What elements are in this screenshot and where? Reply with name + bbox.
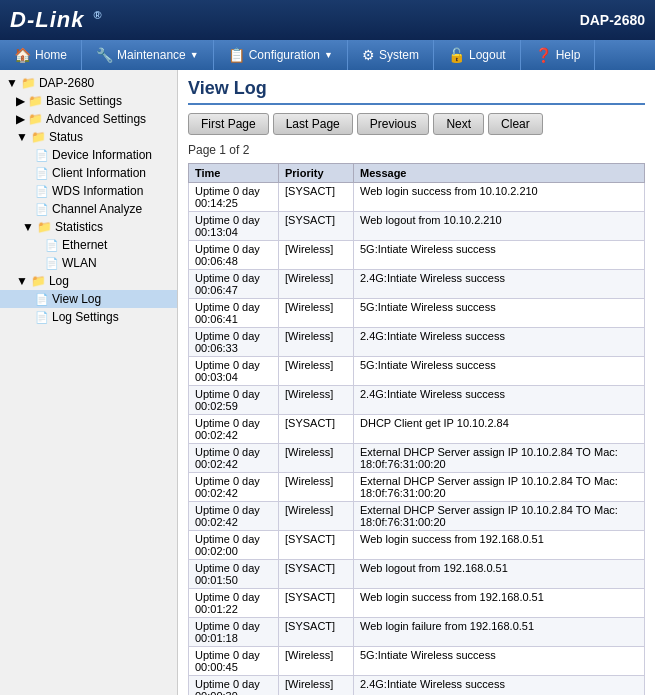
cell-message: Web login failure from 192.168.0.51	[354, 618, 645, 647]
button-bar: First Page Last Page Previous Next Clear	[188, 113, 645, 135]
expand-icon: ▶	[16, 112, 25, 126]
table-row: Uptime 0 day 00:02:42[Wireless]External …	[189, 473, 645, 502]
expand-icon: ▼	[16, 130, 28, 144]
folder-icon: 📁	[21, 76, 36, 90]
cell-priority: [Wireless]	[279, 502, 354, 531]
sidebar-item-advanced-settings[interactable]: ▶ 📁 Advanced Settings	[0, 110, 177, 128]
cell-message: 5G:Intiate Wireless success	[354, 357, 645, 386]
cell-priority: [Wireless]	[279, 647, 354, 676]
cell-time: Uptime 0 day 00:02:42	[189, 444, 279, 473]
sidebar-item-root[interactable]: ▼ 📁 DAP-2680	[0, 74, 177, 92]
cell-message: Web login success from 192.168.0.51	[354, 531, 645, 560]
nav-maintenance[interactable]: 🔧 Maintenance ▼	[82, 40, 214, 70]
sidebar-item-wlan[interactable]: 📄 WLAN	[0, 254, 177, 272]
sidebar-item-log[interactable]: ▼ 📁 Log	[0, 272, 177, 290]
sidebar-item-client-info[interactable]: 📄 Client Information	[0, 164, 177, 182]
cell-priority: [Wireless]	[279, 270, 354, 299]
nav-configuration-label: Configuration	[249, 48, 320, 62]
last-page-button[interactable]: Last Page	[273, 113, 353, 135]
doc-icon: 📄	[35, 185, 49, 198]
sidebar-item-wds-info[interactable]: 📄 WDS Information	[0, 182, 177, 200]
sidebar-wds-info-label: WDS Information	[52, 184, 143, 198]
nav-configuration[interactable]: 📋 Configuration ▼	[214, 40, 348, 70]
doc-icon: 📄	[35, 167, 49, 180]
sidebar-log-label: Log	[49, 274, 69, 288]
sidebar-item-channel-analyze[interactable]: 📄 Channel Analyze	[0, 200, 177, 218]
cell-priority: [SYSACT]	[279, 560, 354, 589]
logout-icon: 🔓	[448, 47, 465, 63]
cell-message: External DHCP Server assign IP 10.10.2.8…	[354, 444, 645, 473]
maintenance-chevron-icon: ▼	[190, 50, 199, 60]
cell-message: DHCP Client get IP 10.10.2.84	[354, 415, 645, 444]
logo: D-Link ®	[10, 7, 103, 33]
table-row: Uptime 0 day 00:03:04[Wireless]5G:Intiat…	[189, 357, 645, 386]
previous-button[interactable]: Previous	[357, 113, 430, 135]
cell-time: Uptime 0 day 00:00:45	[189, 647, 279, 676]
next-button[interactable]: Next	[433, 113, 484, 135]
nav-maintenance-label: Maintenance	[117, 48, 186, 62]
nav-logout[interactable]: 🔓 Logout	[434, 40, 521, 70]
cell-priority: [SYSACT]	[279, 531, 354, 560]
expand-icon: ▶	[16, 94, 25, 108]
cell-time: Uptime 0 day 00:00:39	[189, 676, 279, 696]
table-row: Uptime 0 day 00:02:42[Wireless]External …	[189, 502, 645, 531]
cell-time: Uptime 0 day 00:06:41	[189, 299, 279, 328]
table-row: Uptime 0 day 00:00:39[Wireless]2.4G:Inti…	[189, 676, 645, 696]
sidebar-status-label: Status	[49, 130, 83, 144]
sidebar-item-basic-settings[interactable]: ▶ 📁 Basic Settings	[0, 92, 177, 110]
doc-icon: 📄	[35, 311, 49, 324]
table-row: Uptime 0 day 00:06:33[Wireless]2.4G:Inti…	[189, 328, 645, 357]
cell-message: External DHCP Server assign IP 10.10.2.8…	[354, 502, 645, 531]
cell-priority: [SYSACT]	[279, 183, 354, 212]
nav-help[interactable]: ❓ Help	[521, 40, 596, 70]
sidebar-item-view-log[interactable]: 📄 View Log	[0, 290, 177, 308]
folder-icon: 📁	[37, 220, 52, 234]
col-header-time: Time	[189, 164, 279, 183]
home-icon: 🏠	[14, 47, 31, 63]
doc-icon: 📄	[35, 203, 49, 216]
cell-time: Uptime 0 day 00:02:42	[189, 502, 279, 531]
cell-time: Uptime 0 day 00:02:59	[189, 386, 279, 415]
sidebar-item-ethernet[interactable]: 📄 Ethernet	[0, 236, 177, 254]
cell-priority: [Wireless]	[279, 473, 354, 502]
clear-button[interactable]: Clear	[488, 113, 543, 135]
cell-message: 2.4G:Intiate Wireless success	[354, 328, 645, 357]
sidebar-item-statistics[interactable]: ▼ 📁 Statistics	[0, 218, 177, 236]
cell-time: Uptime 0 day 00:01:50	[189, 560, 279, 589]
expand-icon: ▼	[6, 76, 18, 90]
table-row: Uptime 0 day 00:02:42[Wireless]External …	[189, 444, 645, 473]
folder-icon: 📁	[28, 112, 43, 126]
cell-message: 5G:Intiate Wireless success	[354, 241, 645, 270]
main-layout: ▼ 📁 DAP-2680 ▶ 📁 Basic Settings ▶ 📁 Adva…	[0, 70, 655, 695]
cell-message: 2.4G:Intiate Wireless success	[354, 270, 645, 299]
cell-message: Web login success from 10.10.2.210	[354, 183, 645, 212]
sidebar-item-log-settings[interactable]: 📄 Log Settings	[0, 308, 177, 326]
table-row: Uptime 0 day 00:02:59[Wireless]2.4G:Inti…	[189, 386, 645, 415]
nav-system[interactable]: ⚙ System	[348, 40, 434, 70]
nav-home[interactable]: 🏠 Home	[0, 40, 82, 70]
logo-text: D-Link	[10, 7, 84, 32]
expand-icon: ▼	[16, 274, 28, 288]
sidebar-log-settings-label: Log Settings	[52, 310, 119, 324]
configuration-icon: 📋	[228, 47, 245, 63]
cell-time: Uptime 0 day 00:01:18	[189, 618, 279, 647]
table-row: Uptime 0 day 00:14:25[SYSACT]Web login s…	[189, 183, 645, 212]
table-row: Uptime 0 day 00:06:47[Wireless]2.4G:Inti…	[189, 270, 645, 299]
sidebar-advanced-settings-label: Advanced Settings	[46, 112, 146, 126]
expand-icon: ▼	[22, 220, 34, 234]
cell-message: External DHCP Server assign IP 10.10.2.8…	[354, 473, 645, 502]
cell-time: Uptime 0 day 00:02:42	[189, 415, 279, 444]
cell-priority: [SYSACT]	[279, 415, 354, 444]
table-row: Uptime 0 day 00:01:18[SYSACT]Web login f…	[189, 618, 645, 647]
sidebar-item-status[interactable]: ▼ 📁 Status	[0, 128, 177, 146]
nav-home-label: Home	[35, 48, 67, 62]
folder-icon: 📁	[31, 274, 46, 288]
cell-time: Uptime 0 day 00:02:42	[189, 473, 279, 502]
page-title: View Log	[188, 78, 645, 105]
table-row: Uptime 0 day 00:06:48[Wireless]5G:Intiat…	[189, 241, 645, 270]
sidebar-statistics-label: Statistics	[55, 220, 103, 234]
cell-priority: [Wireless]	[279, 357, 354, 386]
first-page-button[interactable]: First Page	[188, 113, 269, 135]
sidebar-item-device-info[interactable]: 📄 Device Information	[0, 146, 177, 164]
cell-time: Uptime 0 day 00:14:25	[189, 183, 279, 212]
